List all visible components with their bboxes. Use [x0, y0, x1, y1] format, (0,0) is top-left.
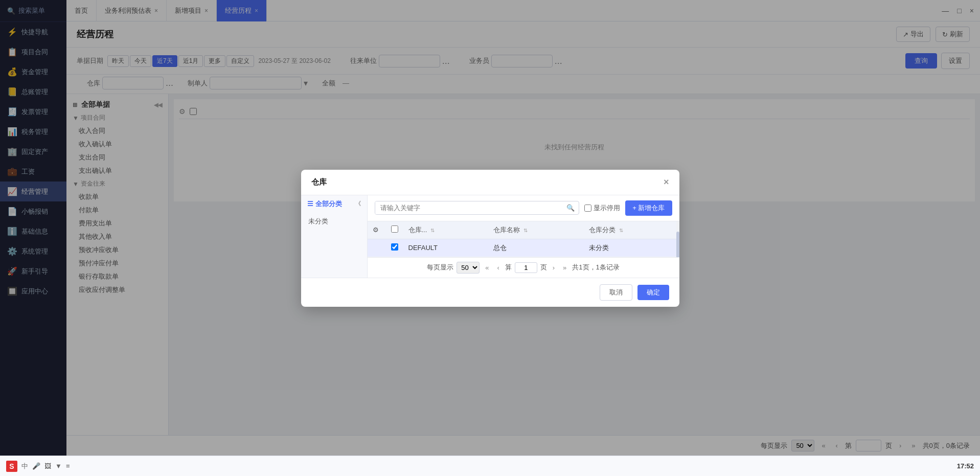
taskbar-icon-2[interactable]: 🎤: [32, 462, 40, 470]
modal-prev-btn[interactable]: ‹: [494, 263, 502, 273]
modal-title: 仓库: [311, 177, 327, 187]
modal-footer: 取消 确定: [301, 278, 679, 307]
warehouse-modal: 仓库 × ☰ 全部分类 《 未分类 🔍: [301, 170, 679, 307]
modal-table: ⚙ 仓库... ⇅ 仓库名称: [368, 221, 679, 257]
all-category-label: 全部分类: [315, 199, 342, 209]
modal-sidebar-all[interactable]: ☰ 全部分类 《: [301, 195, 367, 213]
taskbar-right: 17:52: [957, 462, 974, 470]
cancel-button[interactable]: 取消: [600, 284, 632, 301]
modal-scrollbar[interactable]: [676, 221, 679, 257]
sort-name-icon: ⇅: [523, 228, 528, 233]
th-warehouse-category[interactable]: 仓库分类 ⇅: [584, 221, 679, 239]
modal-total-label: 共1页，1条记录: [572, 263, 619, 272]
settings-header-icon[interactable]: ⚙: [373, 226, 379, 234]
show-disabled-label: 显示停用: [594, 203, 620, 213]
taskbar-icon-5[interactable]: ≡: [66, 462, 70, 470]
taskbar-icon-4[interactable]: ▼: [55, 462, 62, 470]
all-category-icon: ☰: [307, 200, 313, 208]
taskbar-logo[interactable]: S: [6, 461, 17, 472]
row-name-cell: 总仓: [488, 239, 584, 257]
taskbar: S 中 🎤 🖼 ▼ ≡ 17:52: [0, 456, 980, 476]
taskbar-time: 17:52: [957, 462, 974, 470]
row-settings-cell: [368, 239, 386, 257]
sort-code-icon: ⇅: [430, 228, 435, 233]
modal-overlay[interactable]: 仓库 × ☰ 全部分类 《 未分类 🔍: [0, 0, 980, 476]
show-disabled-checkbox[interactable]: [584, 205, 591, 212]
modal-search-icon[interactable]: 🔍: [562, 204, 579, 212]
modal-per-page-select[interactable]: 50: [457, 262, 480, 274]
show-disabled-wrapper: 显示停用: [584, 203, 620, 213]
row-category-cell: 未分类: [584, 239, 679, 257]
modal-search-input[interactable]: [375, 201, 563, 214]
row-code-cell: DEFAULT: [403, 239, 489, 257]
table-row[interactable]: DEFAULT 总仓 未分类: [368, 239, 679, 257]
modal-main: 🔍 显示停用 + 新增仓库 ⚙: [368, 195, 679, 278]
modal-table-head: ⚙ 仓库... ⇅ 仓库名称: [368, 221, 679, 239]
select-all-checkbox[interactable]: [391, 225, 398, 233]
modal-scroll-thumb: [676, 232, 679, 257]
modal-sidebar: ☰ 全部分类 《 未分类: [301, 195, 368, 278]
row-checkbox-cell: [386, 239, 403, 257]
confirm-button[interactable]: 确定: [637, 285, 669, 300]
modal-header: 仓库 ×: [301, 170, 679, 195]
modal-per-page-label: 每页显示: [427, 263, 453, 272]
modal-next-btn[interactable]: ›: [550, 263, 557, 273]
th-settings: ⚙: [368, 221, 386, 239]
taskbar-icon-3[interactable]: 🖼: [44, 462, 51, 470]
modal-table-body: DEFAULT 总仓 未分类: [368, 239, 679, 257]
modal-table-container: ⚙ 仓库... ⇅ 仓库名称: [368, 221, 679, 257]
modal-body: ☰ 全部分类 《 未分类 🔍 显示停用 + 新增仓库: [301, 195, 679, 278]
modal-last-btn[interactable]: »: [560, 263, 569, 273]
modal-table-header-row: ⚙ 仓库... ⇅ 仓库名称: [368, 221, 679, 239]
th-checkbox: [386, 221, 403, 239]
modal-toolbar: 🔍 显示停用 + 新增仓库: [368, 195, 679, 221]
modal-pagination: 每页显示 50 « ‹ 算 页 › » 共1页，1条记录: [368, 257, 679, 278]
modal-first-btn[interactable]: «: [483, 263, 491, 273]
modal-sidebar-uncategorized[interactable]: 未分类: [301, 213, 367, 230]
modal-close-button[interactable]: ×: [664, 177, 669, 188]
sort-category-icon: ⇅: [619, 228, 623, 233]
modal-sidebar-collapse[interactable]: 《: [355, 200, 361, 208]
row-checkbox[interactable]: [391, 243, 398, 251]
add-warehouse-button[interactable]: + 新增仓库: [625, 200, 672, 216]
th-warehouse-name[interactable]: 仓库名称 ⇅: [488, 221, 584, 239]
modal-page-label: 算: [505, 263, 512, 272]
th-warehouse-code[interactable]: 仓库... ⇅: [403, 221, 489, 239]
modal-page-suffix: 页: [540, 263, 547, 272]
taskbar-left: S 中 🎤 🖼 ▼ ≡: [6, 461, 70, 472]
modal-search-wrapper: 🔍: [375, 201, 580, 215]
modal-page-input[interactable]: [515, 262, 537, 273]
taskbar-icon-1[interactable]: 中: [21, 462, 28, 471]
